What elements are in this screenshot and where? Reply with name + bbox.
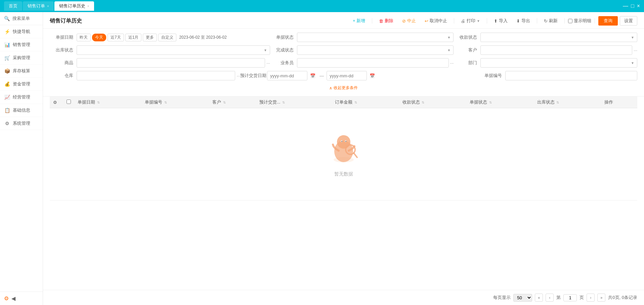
- refresh-button[interactable]: ↻ 刷新: [541, 16, 561, 25]
- filter-salesperson: 业务员 ···: [270, 58, 454, 68]
- sidebar-settings-icon[interactable]: ⚙: [4, 295, 9, 302]
- prev-page-btn[interactable]: ‹: [546, 294, 554, 302]
- data-table: ⚙ 单据日期 ⇅ 单据编号 ⇅ 客户 ⇅: [50, 97, 637, 200]
- voucher-number-input[interactable]: [505, 71, 637, 80]
- display-detail-input[interactable]: [568, 19, 572, 23]
- department-select[interactable]: ▼: [480, 58, 637, 68]
- customer-dots[interactable]: ···: [634, 48, 637, 53]
- calendar-icon-end[interactable]: 📅: [370, 73, 375, 78]
- tab-home[interactable]: 首页: [4, 1, 22, 11]
- salesperson-input[interactable]: [297, 58, 449, 68]
- top-bar: 首页 销售订单 × 销售订单历史 × — □ ×: [0, 0, 644, 12]
- expected-date-label: 预计交货日期: [240, 73, 267, 79]
- date-btn-1month[interactable]: 近1月: [125, 34, 142, 41]
- maximize-btn[interactable]: □: [631, 3, 634, 9]
- col-voucher-status[interactable]: 单据状态 ⇅: [466, 97, 533, 108]
- completion-status-label: 完成状态: [270, 47, 297, 53]
- col-voucher-number[interactable]: 单据编号 ⇅: [141, 97, 209, 108]
- sidebar-item-sys-mgmt[interactable]: ⚙ 系统管理: [0, 117, 43, 130]
- warehouse-input[interactable]: [77, 71, 235, 80]
- sidebar-item-operations[interactable]: 📈 经营管理: [0, 91, 43, 104]
- tab-sales-order-label: 销售订单: [28, 3, 45, 9]
- import-button[interactable]: ⬆ 导入: [490, 16, 511, 25]
- empty-illustration: [324, 131, 364, 166]
- voucher-number-control: [505, 71, 637, 80]
- sidebar-item-sales-mgmt[interactable]: 📊 销售管理: [0, 38, 43, 51]
- goods-input[interactable]: [77, 58, 265, 68]
- completion-status-control: ▼: [297, 45, 454, 55]
- customer-input[interactable]: [480, 45, 632, 55]
- page-size-select[interactable]: 50 10 20 100: [513, 294, 532, 302]
- date-btn-more[interactable]: 更多: [143, 34, 157, 41]
- page-number-input[interactable]: [563, 294, 577, 301]
- query-button[interactable]: 查询: [598, 16, 618, 26]
- col-receipt-status-label: 收款状态: [402, 100, 420, 105]
- collapse-button[interactable]: ∧ 收起更多条件: [50, 84, 637, 92]
- col-order-amount-label: 订单金额: [335, 100, 352, 105]
- warehouse-dots[interactable]: ···: [237, 73, 240, 78]
- delete-icon: 🗑: [379, 18, 383, 24]
- next-page-btn[interactable]: ›: [587, 294, 595, 302]
- last-page-btn[interactable]: »: [597, 294, 605, 302]
- col-receipt-status[interactable]: 收款状态 ⇅: [399, 97, 466, 108]
- filter-receipt-status: 收款状态 ▼: [454, 33, 637, 42]
- col-settings[interactable]: ⚙: [50, 97, 63, 108]
- cancel-stop-button[interactable]: ↩ 取消中止: [421, 16, 450, 25]
- sidebar-item-purchase-mgmt[interactable]: 🛒 采购管理: [0, 51, 43, 65]
- col-checkbox[interactable]: [63, 97, 74, 108]
- export-button[interactable]: ⬇ 导出: [513, 16, 533, 25]
- new-button[interactable]: + 新增: [349, 16, 369, 25]
- close-btn-window[interactable]: ×: [637, 3, 640, 9]
- sidebar-item-quick-nav[interactable]: ⚡ 快捷导航: [0, 25, 43, 38]
- date-btn-custom[interactable]: 自定义: [158, 34, 176, 41]
- voucher-status-control: ▼: [297, 33, 454, 42]
- col-voucher-date[interactable]: 单据日期 ⇅: [74, 97, 141, 108]
- col-customer[interactable]: 客户 ⇅: [209, 97, 256, 108]
- salesperson-dots[interactable]: ···: [450, 61, 454, 66]
- delete-button[interactable]: 🗑 删除: [376, 16, 397, 25]
- outbound-status-select[interactable]: ▼: [77, 45, 270, 55]
- purchase-mgmt-icon: 🛒: [4, 55, 10, 61]
- sidebar-search[interactable]: 🔍 搜索菜单: [0, 12, 43, 25]
- expected-date-start[interactable]: [267, 71, 307, 80]
- sidebar-inventory-label: 库存核算: [13, 68, 30, 74]
- salesperson-label: 业务员: [270, 60, 297, 66]
- empty-svg: [324, 131, 364, 165]
- date-btn-yesterday[interactable]: 昨天: [77, 34, 91, 41]
- tab-sales-history[interactable]: 销售订单历史 ×: [54, 1, 94, 11]
- sidebar-collapse-icon[interactable]: ◀: [11, 295, 15, 302]
- filter-department: 部门 ▼: [454, 58, 637, 68]
- sidebar-basic-info-label: 基础信息: [13, 107, 30, 113]
- tab-sales-history-close[interactable]: ×: [87, 4, 89, 8]
- stop-button[interactable]: ⊘ 中止: [399, 16, 419, 25]
- sidebar-sys-mgmt-label: 系统管理: [13, 120, 30, 126]
- col-order-amount[interactable]: 订单金额 ⇅: [332, 97, 399, 108]
- minimize-btn[interactable]: —: [623, 3, 628, 9]
- sidebar-item-basic-info[interactable]: 📋 基础信息: [0, 104, 43, 117]
- date-btn-today[interactable]: 今天: [92, 34, 106, 41]
- sidebar-search-label: 搜索菜单: [12, 15, 30, 22]
- completion-status-select[interactable]: ▼: [297, 45, 454, 55]
- display-detail-checkbox[interactable]: 显示明细: [568, 18, 591, 24]
- tab-sales-order[interactable]: 销售订单 ×: [23, 1, 54, 11]
- tab-home-label: 首页: [9, 3, 17, 9]
- col-outbound-status[interactable]: 出库状态 ⇅: [534, 97, 601, 108]
- sidebar-item-inventory[interactable]: 📦 库存核算: [0, 65, 43, 78]
- voucher-date-label: 单据日期: [50, 34, 77, 40]
- first-page-btn[interactable]: «: [535, 294, 543, 302]
- calendar-icon-start[interactable]: 📅: [310, 73, 315, 78]
- tab-sales-order-close[interactable]: ×: [47, 4, 49, 8]
- print-button[interactable]: 🖨 打印 ▼: [458, 16, 483, 25]
- col-expected-delivery[interactable]: 预计交货... ⇅: [256, 97, 332, 108]
- voucher-status-select[interactable]: ▼: [297, 33, 454, 42]
- sidebar-item-finance[interactable]: 💰 资金管理: [0, 78, 43, 91]
- select-all-checkbox[interactable]: [67, 100, 71, 104]
- expected-date-end[interactable]: [327, 71, 367, 80]
- receipt-status-select[interactable]: ▼: [480, 33, 637, 42]
- print-icon: 🖨: [461, 18, 465, 24]
- collapse-icon: ∧: [329, 86, 332, 90]
- goods-dots[interactable]: ···: [266, 61, 270, 66]
- main-layout: 🔍 搜索菜单 ⚡ 快捷导航 📊 销售管理 🛒 采购管理 📦 库存核算 💰 资金管…: [0, 12, 644, 305]
- settings-button[interactable]: 设置: [620, 16, 637, 26]
- date-btn-7days[interactable]: 近7天: [108, 34, 124, 41]
